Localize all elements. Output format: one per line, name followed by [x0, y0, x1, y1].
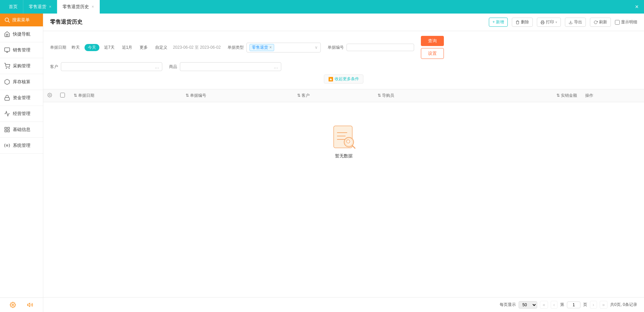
table-header-row: ⇅ 单据日期 ⇅ 单据编号 ⇅ 客户 ⇅ 导购员 [43, 89, 644, 102]
new-button[interactable]: + 新增 [489, 18, 508, 27]
table-body: 暂无数据 [43, 102, 644, 180]
goods-filter-label: 商品 [169, 64, 177, 70]
table-settings-icon [47, 93, 52, 97]
goods-dots-icon[interactable]: ... [274, 64, 278, 70]
tab-home-label: 首页 [9, 4, 18, 10]
svg-rect-10 [5, 130, 6, 132]
sidebar-bottom [0, 297, 43, 312]
empty-state: 暂无数据 [43, 102, 644, 179]
settings-icon[interactable] [10, 302, 16, 308]
type-filter-group: 单据类型 零售退货 × ∨ [228, 43, 321, 52]
first-page-button[interactable]: « [540, 301, 548, 309]
export-button[interactable]: 导出 [565, 18, 586, 27]
tab-retail-return-history-close[interactable]: × [92, 4, 94, 9]
tab-retail-return-close[interactable]: × [49, 4, 51, 9]
sidebar-item-ops-mgmt[interactable]: 经营管理 [0, 106, 43, 122]
collapse-button[interactable]: 🔼 收起更多条件 [324, 74, 363, 84]
customer-input[interactable] [64, 64, 155, 69]
voucher-input[interactable] [350, 45, 411, 50]
sidebar-item-ops-mgmt-label: 经营管理 [13, 111, 30, 117]
col-guide-label: 导购员 [382, 93, 394, 98]
system-icon [4, 142, 10, 149]
type-select[interactable]: 零售退货 × ∨ [246, 43, 321, 52]
filter-row-1: 单据日期 昨天 今天 近7天 近1月 更多 自定义 2023-06-02 至 2… [50, 36, 637, 59]
main-layout: 搜索菜单 快捷导航 销售管理 采购管理 库存核算 [0, 14, 644, 312]
col-action-label: 操作 [585, 93, 593, 98]
type-tag-close[interactable]: × [269, 45, 272, 50]
table-settings-col[interactable] [43, 89, 56, 102]
customer-dots-icon[interactable]: ... [155, 64, 159, 70]
svg-point-13 [12, 304, 14, 306]
sidebar-item-basic-info[interactable]: 基础信息 [0, 122, 43, 138]
date-btn-custom[interactable]: 自定义 [152, 44, 170, 51]
tab-retail-return[interactable]: 零售退货 × [23, 0, 57, 14]
sidebar-item-inventory[interactable]: 库存核算 [0, 74, 43, 90]
next-page-button[interactable]: › [590, 301, 597, 309]
search-menu-label: 搜索菜单 [12, 17, 30, 23]
page-header: 零售退货历史 + 新增 删除 打印 ▾ 导出 刷新 [43, 14, 644, 31]
last-page-button[interactable]: » [600, 301, 607, 309]
page-label: 第 [560, 302, 564, 308]
query-button[interactable]: 查询 [421, 36, 444, 46]
sidebar-item-sales-mgmt[interactable]: 销售管理 [0, 42, 43, 58]
empty-state-illustration [329, 122, 359, 153]
search-icon [4, 17, 10, 23]
filter-row-2: 客户 ... 商品 ... [50, 62, 637, 71]
date-btn-yesterday[interactable]: 昨天 [69, 44, 82, 51]
col-amount-label: 实销金额 [561, 93, 577, 98]
refresh-button[interactable]: 刷新 [590, 18, 611, 27]
svg-line-1 [8, 21, 9, 22]
table-check-col[interactable] [56, 89, 70, 102]
empty-state-text: 暂无数据 [335, 153, 353, 159]
col-date[interactable]: ⇅ 单据日期 [70, 89, 182, 102]
per-page-label: 每页显示 [500, 302, 516, 308]
sidebar-item-inventory-label: 库存核算 [13, 79, 30, 85]
goods-input[interactable] [183, 64, 274, 69]
customer-filter-label: 客户 [50, 64, 58, 70]
select-all-checkbox[interactable] [60, 93, 65, 97]
volume-icon[interactable] [27, 302, 33, 308]
sidebar-item-quick-nav[interactable]: 快捷导航 [0, 26, 43, 42]
show-detail-checkbox[interactable] [615, 20, 620, 25]
sidebar-item-quick-nav-label: 快捷导航 [13, 31, 30, 37]
svg-point-0 [5, 18, 9, 22]
sidebar-item-finance-mgmt[interactable]: 资金管理 [0, 90, 43, 106]
delete-button[interactable]: 删除 [512, 18, 533, 27]
sidebar-item-sys-mgmt[interactable]: 系统管理 [0, 138, 43, 154]
date-filter-group: 单据日期 昨天 今天 近7天 近1月 更多 自定义 2023-06-02 至 2… [50, 44, 221, 51]
col-guide[interactable]: ⇅ 导购员 [374, 89, 470, 102]
sidebar-item-basic-info-label: 基础信息 [13, 127, 30, 133]
window-close-button[interactable]: × [629, 3, 644, 10]
type-filter-label: 单据类型 [228, 45, 244, 50]
date-btn-today[interactable]: 今天 [85, 44, 99, 51]
tab-retail-return-history[interactable]: 零售退货历史 × [57, 0, 100, 14]
sidebar-item-purchase-mgmt[interactable]: 采购管理 [0, 58, 43, 74]
sidebar-item-sales-mgmt-label: 销售管理 [13, 47, 30, 53]
col-voucher-no[interactable]: ⇅ 单据编号 [182, 89, 293, 102]
page-title: 零售退货历史 [50, 19, 82, 26]
prev-page-button[interactable]: ‹ [551, 301, 557, 309]
export-icon [569, 20, 573, 24]
date-btn-7days[interactable]: 近7天 [101, 44, 117, 51]
per-page-select[interactable]: 50 100 200 [519, 301, 537, 309]
search-menu-button[interactable]: 搜索菜单 [0, 14, 43, 26]
pagination-bar: 每页显示 50 100 200 « ‹ 第 1 页 › » 共0页, 0条记录 [43, 297, 644, 312]
type-chevron-icon: ∨ [315, 45, 318, 50]
collapse-wrap: 🔼 收起更多条件 [50, 74, 637, 86]
page-number-input[interactable]: 1 [567, 302, 580, 308]
type-tag-label: 零售退货 [252, 45, 268, 50]
svg-point-17 [49, 94, 50, 96]
tab-list: 首页 零售退货 × 零售退货历史 × [3, 0, 629, 14]
empty-row: 暂无数据 [43, 102, 644, 180]
svg-line-25 [352, 146, 355, 148]
tab-home[interactable]: 首页 [3, 0, 23, 14]
set-button[interactable]: 设置 [421, 48, 444, 59]
empty-cell: 暂无数据 [43, 102, 644, 180]
print-button[interactable]: 打印 ▾ [537, 18, 561, 27]
svg-rect-7 [5, 97, 9, 100]
date-btn-1month[interactable]: 近1月 [119, 44, 135, 51]
show-detail-label: 显示明细 [621, 19, 637, 25]
date-btn-more[interactable]: 更多 [137, 44, 150, 51]
col-amount[interactable]: ⇅ 实销金额 [470, 89, 581, 102]
col-customer[interactable]: ⇅ 客户 [293, 89, 374, 102]
